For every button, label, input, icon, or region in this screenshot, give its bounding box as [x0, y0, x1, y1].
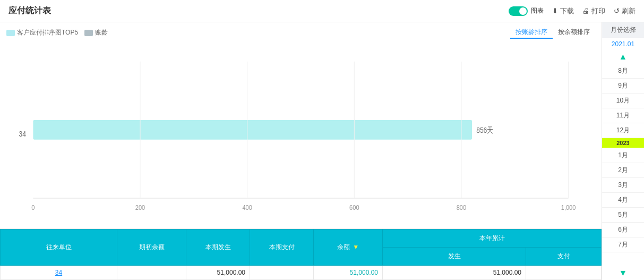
toggle-label: 图表	[531, 6, 544, 15]
sort-by-amount-btn[interactable]: 按余额排序	[553, 27, 595, 39]
page-title: 应付统计表	[8, 5, 51, 16]
svg-text:200: 200	[135, 203, 145, 211]
table-header-row-1: 往来单位 期初余额 本期发生 本期支付 余额 ▼ 本年累计	[1, 230, 602, 248]
legend-color-1	[6, 30, 15, 36]
legend-label-2: 账龄	[95, 28, 108, 37]
col-opening: 期初余额	[117, 230, 186, 266]
legend-color-2	[84, 30, 93, 36]
month-item-5[interactable]: 5月	[602, 208, 644, 223]
col-ytd: 本年累计	[383, 230, 602, 248]
cell-ytd-occur: 51,000.00	[383, 266, 526, 280]
cell-current-pay	[250, 266, 314, 280]
months-list: 8月 9月 10月 11月 12月 2023 1月 2月 3月 4月 5月 6月…	[602, 64, 644, 266]
month-item-4[interactable]: 4月	[602, 193, 644, 208]
scroll-up-arrow[interactable]: ▲	[602, 50, 644, 64]
sort-buttons: 按账龄排序 按余额排序	[510, 27, 595, 39]
legend-item-2: 账龄	[84, 28, 108, 37]
legend-label-1: 客户应付排序图TOP5	[17, 28, 78, 37]
year-marker-2023: 2023	[602, 138, 644, 148]
table-row: 34 51,000.00 51,000.00 51,000.00	[1, 266, 602, 280]
table-wrapper: 往来单位 期初余额 本期发生 本期支付 余额 ▼ 本年累计	[0, 229, 602, 280]
cell-vendor[interactable]: 34	[1, 266, 117, 280]
cell-balance: 51,000.00	[314, 266, 383, 280]
svg-text:800: 800	[457, 203, 467, 211]
month-item-6[interactable]: 6月	[602, 223, 644, 237]
chart-area: 34 856天 0 200 400 600 800 1,000	[6, 42, 595, 224]
table-section: 往来单位 期初余额 本期发生 本期支付 余额 ▼ 本年累计	[0, 228, 602, 280]
header-actions: 图表 ⬇ 下载 🖨 打印 ↺ 刷新	[509, 6, 636, 16]
sort-by-balance-btn[interactable]: 按账龄排序	[510, 27, 553, 39]
month-item-8[interactable]: 8月	[602, 64, 644, 79]
refresh-icon: ↺	[614, 7, 620, 15]
col-balance: 余额 ▼	[314, 230, 383, 266]
cell-opening	[117, 266, 186, 280]
svg-text:34: 34	[19, 130, 27, 138]
download-button[interactable]: ⬇ 下载	[552, 6, 574, 16]
col-current-pay: 本期支付	[250, 230, 314, 266]
legend-row: 客户应付排序图TOP5 账龄 按账龄排序 按余额排序	[6, 27, 595, 39]
col-ytd-occur: 发生	[383, 248, 526, 266]
month-item-3[interactable]: 3月	[602, 178, 644, 193]
chart-toggle[interactable]: 图表	[509, 6, 544, 16]
svg-text:1,000: 1,000	[561, 203, 576, 211]
cell-current-occur: 51,000.00	[186, 266, 250, 280]
svg-text:0: 0	[31, 203, 35, 211]
col-ytd-pay: 支付	[526, 248, 602, 266]
main-area: 客户应付排序图TOP5 账龄 按账龄排序 按余额排序 34	[0, 22, 644, 280]
month-item-9[interactable]: 9月	[602, 79, 644, 94]
chart-section: 客户应付排序图TOP5 账龄 按账龄排序 按余额排序 34	[0, 22, 602, 228]
sidebar-header: 月份选择	[602, 22, 644, 38]
refresh-button[interactable]: ↺ 刷新	[614, 6, 636, 16]
download-icon: ⬇	[552, 7, 558, 15]
year-selector[interactable]	[602, 38, 644, 50]
svg-text:400: 400	[242, 203, 252, 211]
scroll-down-arrow[interactable]: ▼	[602, 266, 644, 280]
month-item-2[interactable]: 2月	[602, 163, 644, 178]
legend-item-1: 客户应付排序图TOP5	[6, 28, 78, 37]
balance-icon: ▼	[353, 243, 359, 251]
month-item-10[interactable]: 10月	[602, 94, 644, 108]
svg-rect-1	[33, 120, 472, 140]
svg-text:600: 600	[349, 203, 359, 211]
month-sidebar: 月份选择 ▲ 8月 9月 10月 11月 12月 2023 1月 2月 3月 4…	[602, 22, 644, 280]
month-item-12[interactable]: 12月	[602, 123, 644, 138]
sidebar-content: 月份选择 ▲ 8月 9月 10月 11月 12月 2023 1月 2月 3月 4…	[602, 22, 644, 280]
data-table: 往来单位 期初余额 本期发生 本期支付 余额 ▼ 本年累计	[0, 229, 602, 280]
bar-chart: 34 856天 0 200 400 600 800 1,000	[6, 42, 595, 224]
cell-ytd-pay	[526, 266, 602, 280]
print-icon: 🖨	[582, 7, 589, 15]
toggle-thumb	[519, 7, 527, 15]
print-button[interactable]: 🖨 打印	[582, 6, 605, 16]
month-item-11[interactable]: 11月	[602, 108, 644, 123]
app-header: 应付统计表 图表 ⬇ 下载 🖨 打印 ↺ 刷新	[0, 0, 644, 22]
month-item-7[interactable]: 7月	[602, 237, 644, 252]
month-item-1[interactable]: 1月	[602, 148, 644, 163]
col-current-occur: 本期发生	[186, 230, 250, 266]
svg-text:856天: 856天	[476, 126, 493, 134]
toggle-track	[509, 6, 528, 16]
col-vendor: 往来单位	[1, 230, 117, 266]
